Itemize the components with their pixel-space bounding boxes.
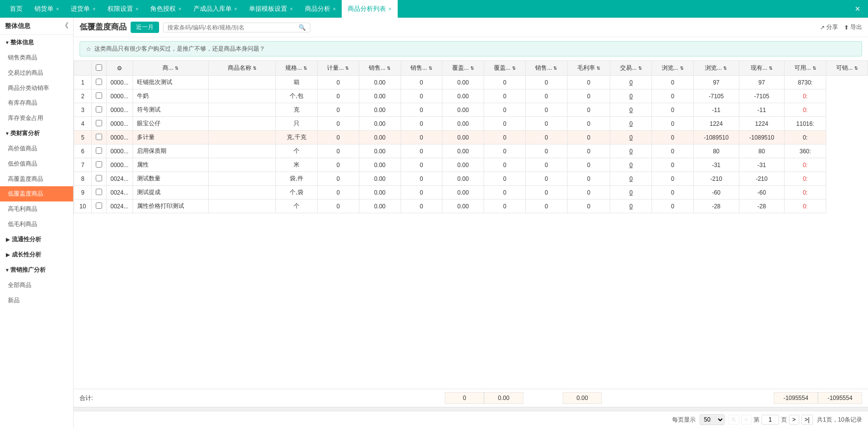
sort-icon[interactable]: ⇅ — [470, 66, 474, 71]
sort-icon[interactable]: ⇅ — [429, 66, 433, 71]
sort-icon[interactable]: ⇅ — [553, 66, 557, 71]
sort-icon[interactable]: ⇅ — [345, 66, 349, 71]
cell-checkbox[interactable] — [92, 131, 107, 144]
close-icon[interactable]: × — [56, 6, 59, 12]
sidebar-group-circulation[interactable]: ▶ 流通性分析 — [0, 232, 73, 247]
sort-icon[interactable]: ⇅ — [854, 66, 858, 71]
cell-checkbox[interactable] — [92, 200, 107, 213]
cell-checkbox[interactable] — [92, 103, 107, 117]
close-icon[interactable]: × — [92, 6, 95, 12]
close-icon[interactable]: × — [333, 6, 336, 12]
sidebar-item-low-coverage[interactable]: 低覆盖度商品 — [0, 186, 73, 201]
sort-icon[interactable]: ⇅ — [723, 66, 727, 71]
sidebar-group-overall[interactable]: ▾ 整体信息 — [0, 35, 73, 50]
sidebar-group-wealth[interactable]: ▾ 类财富分析 — [0, 126, 73, 141]
row-checkbox[interactable] — [96, 161, 102, 168]
cell-browse-a[interactable]: 0 — [610, 172, 652, 186]
cell-browse-a[interactable]: 0 — [610, 76, 652, 89]
cell-browse-a[interactable]: 0 — [610, 144, 652, 158]
first-page-button[interactable]: K — [729, 415, 739, 425]
row-checkbox[interactable] — [96, 79, 102, 85]
sort-icon[interactable]: ⇅ — [680, 66, 684, 71]
sidebar-item-low-margin[interactable]: 低毛利商品 — [0, 217, 73, 232]
cell-browse-a[interactable]: 0 — [610, 89, 652, 103]
row-checkbox[interactable] — [96, 147, 102, 154]
sort-icon[interactable]: ⇅ — [597, 66, 600, 71]
search-icon[interactable]: 🔍 — [298, 24, 306, 31]
close-icon[interactable]: × — [290, 6, 293, 12]
row-checkbox[interactable] — [96, 202, 102, 209]
row-checkbox[interactable] — [96, 175, 102, 181]
row-checkbox[interactable] — [96, 189, 102, 195]
cell-browse-a[interactable]: 0 — [610, 103, 652, 117]
sort-icon[interactable]: ⇅ — [638, 66, 642, 71]
sidebar-item-high-margin[interactable]: 高毛利商品 — [0, 201, 73, 217]
sidebar-item-new-goods[interactable]: 新品 — [0, 293, 73, 308]
cell-browse-a[interactable]: 0 — [610, 117, 652, 131]
export-button[interactable]: ⬆ 导出 — [844, 23, 862, 31]
nav-home[interactable]: 首页 — [4, 0, 28, 18]
sidebar-item-all-goods[interactable]: 全部商品 — [0, 278, 73, 293]
window-close-button[interactable]: × — [851, 4, 864, 14]
sort-icon[interactable]: ⇅ — [387, 66, 391, 71]
close-icon[interactable]: × — [136, 6, 138, 12]
horizontal-scrollbar[interactable] — [74, 407, 868, 411]
nav-product-warehouse[interactable]: 产成品入库单 × — [188, 0, 243, 18]
cell-checkbox[interactable] — [92, 117, 107, 131]
page-number-input[interactable] — [761, 415, 779, 425]
sidebar-item-stocked-goods[interactable]: 有库存商品 — [0, 95, 73, 111]
nav-analysis[interactable]: 商品分析 × — [299, 0, 342, 18]
close-icon[interactable]: × — [234, 6, 237, 12]
close-icon[interactable]: × — [388, 6, 391, 12]
filter-recent-month-button[interactable]: 近一月 — [131, 22, 159, 33]
sidebar-item-capital-usage[interactable]: 库存资金占用 — [0, 111, 73, 126]
sidebar-item-category-rate[interactable]: 商品分类动销率 — [0, 81, 73, 96]
sidebar-item-high-value[interactable]: 高价值商品 — [0, 141, 73, 156]
close-icon[interactable]: × — [178, 6, 181, 12]
cell-browse-a[interactable]: 0 — [610, 186, 652, 200]
sidebar-collapse-button[interactable]: 《 — [61, 22, 68, 30]
sort-icon[interactable]: ⇅ — [512, 66, 516, 71]
next-page-button[interactable]: > — [789, 415, 799, 425]
sidebar-item-high-coverage[interactable]: 高覆盖度商品 — [0, 171, 73, 187]
cell-checkbox[interactable] — [92, 158, 107, 172]
cell-checkbox[interactable] — [92, 186, 107, 200]
cell-checkbox[interactable] — [92, 76, 107, 89]
sidebar-item-traded-goods[interactable]: 交易过的商品 — [0, 65, 73, 81]
sort-icon[interactable]: ⇅ — [175, 66, 179, 71]
row-checkbox[interactable] — [96, 134, 102, 140]
row-checkbox[interactable] — [96, 120, 102, 126]
select-all-checkbox[interactable] — [96, 64, 102, 71]
page-size-select[interactable]: 50 20 100 — [700, 414, 725, 425]
prev-page-button[interactable]: < — [741, 415, 752, 425]
cell-browse-a[interactable]: 0 — [610, 131, 652, 144]
share-button[interactable]: ↗ 分享 — [820, 23, 838, 31]
nav-purchase[interactable]: 进货单 × — [65, 0, 101, 18]
sidebar-group-growth[interactable]: ▶ 成长性分析 — [0, 247, 73, 262]
nav-permission[interactable]: 权限设置 × — [102, 0, 144, 18]
col-settings[interactable]: ⚙ — [107, 61, 133, 76]
col-checkbox[interactable] — [92, 61, 107, 76]
sidebar-group-marketing[interactable]: ▾ 营销推广分析 — [0, 262, 73, 278]
search-input[interactable] — [167, 24, 297, 31]
cell-browse-a[interactable]: 0 — [610, 158, 652, 172]
cell-checkbox[interactable] — [92, 144, 107, 158]
settings-icon[interactable]: ⚙ — [117, 65, 122, 72]
sort-icon[interactable]: ⇅ — [769, 66, 773, 71]
nav-analysis-list[interactable]: 商品分析列表 × — [342, 0, 397, 18]
cell-checkbox[interactable] — [92, 89, 107, 103]
row-checkbox[interactable] — [96, 106, 102, 113]
cell-checkbox[interactable] — [92, 172, 107, 186]
sidebar-item-low-value[interactable]: 低价值商品 — [0, 156, 73, 171]
nav-sales[interactable]: 销货单 × — [28, 0, 65, 18]
nav-template[interactable]: 单据模板设置 × — [243, 0, 298, 18]
cell-browse-a[interactable]: 0 — [610, 200, 652, 213]
last-page-button[interactable]: >| — [801, 415, 813, 425]
sort-icon[interactable]: ⇅ — [253, 66, 257, 71]
nav-role[interactable]: 角色授权 × — [144, 0, 187, 18]
sort-icon[interactable]: ⇅ — [813, 66, 816, 71]
row-checkbox[interactable] — [96, 92, 102, 99]
table-container[interactable]: ⚙ 商...⇅ 商品名称⇅ 规格...⇅ 计量...⇅ 销售...⇅ 销售...… — [74, 60, 868, 389]
sort-icon[interactable]: ⇅ — [303, 66, 307, 71]
sidebar-item-sales-goods[interactable]: 销售类商品 — [0, 50, 73, 65]
